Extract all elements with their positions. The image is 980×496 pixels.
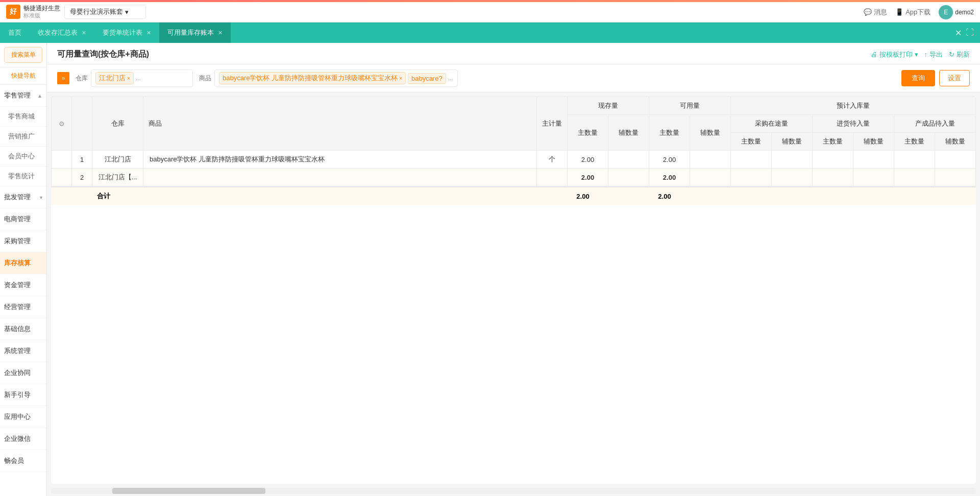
search-menu-button[interactable]: 搜索菜单 [4,47,42,63]
th-incoming: 进货待入量 [813,115,894,133]
sidebar-quick-nav[interactable]: 快捷导航 [0,67,46,85]
top-header: 好 畅捷通好生意 标准版 母婴行业演示账套 ▾ 💬 消息 📱 App下载 E d… [0,2,980,22]
td-settings-0 [52,151,72,169]
sidebar-item-retail-stats[interactable]: 零售统计 [0,167,46,186]
setting-button[interactable]: 设置 [939,70,970,86]
td-incoming-aux-1 [853,169,894,186]
sidebar-item-basic-info[interactable]: 基础信息 [0,318,46,340]
sidebar-item-enterprise-wechat[interactable]: 企业微信 [0,428,46,450]
tab-receive-pay-close[interactable]: ✕ [82,30,86,36]
tab-available-stock[interactable]: 可用量库存账本 ✕ [159,22,231,43]
user-area[interactable]: E demo2 [939,5,974,19]
product-tag-container[interactable]: babycare学饮杯 儿童防摔防撞吸管杯重力球吸嘴杯宝宝水杯 × babyca… [214,69,458,87]
th-available-main: 主数量 [649,115,690,151]
product-filter-group: 商品 babycare学饮杯 儿童防摔防撞吸管杯重力球吸嘴杯宝宝水杯 × bab… [199,69,458,87]
sidebar-item-finance-mgmt[interactable]: 资金管理 [0,274,46,296]
scrollbar-thumb[interactable] [112,488,265,494]
sidebar-item-system-mgmt[interactable]: 系统管理 [0,340,46,362]
chevron-down-icon: ▾ [915,51,918,58]
td-stock-main-1: 2.00 [568,169,608,186]
sidebar-item-purchase-mgmt[interactable]: 采购管理 [0,230,46,252]
sidebar-item-marketing[interactable]: 营销推广 [0,127,46,147]
industry-select-value: 母婴行业演示账套 [70,7,123,16]
tab-receive-pay[interactable]: 收发存汇总表 ✕ [30,22,94,43]
sidebar-item-inventory-check[interactable]: 库存核算 [0,252,46,274]
sidebar-item-purchase-mgmt-label: 采购管理 [4,237,31,246]
product-filter-more[interactable]: ... [448,75,453,82]
td-purchase-transit-main-1 [731,169,772,186]
sidebar-item-retail-mgmt[interactable]: 零售管理 ▲ [0,85,46,107]
warehouse-filter-more[interactable]: ... [136,75,141,82]
tab-order-stats[interactable]: 要货单统计表 ✕ [94,22,159,43]
logo-area: 好 畅捷通好生意 标准版 [6,5,60,19]
th-stock-group: 现存量 [568,97,649,115]
sidebar-item-retail-stats-label: 零售统计 [8,172,35,180]
message-label: 消息 [874,8,887,17]
refresh-button[interactable]: ↻ 刷新 [949,50,970,59]
product-tag-0: babycare学饮杯 儿童防摔防撞吸管杯重力球吸嘴杯宝宝水杯 × [219,72,406,84]
th-incoming-main: 主数量 [813,133,853,151]
footer-label: 合计 [97,192,148,201]
expand-icon[interactable]: ⛶ [966,28,974,37]
app-version: 标准版 [23,12,60,19]
app-download-button[interactable]: 📱 App下载 [895,8,930,17]
td-warehouse-1: 江北门店【... [92,169,143,186]
th-incoming-aux: 辅数量 [853,133,894,151]
warehouse-tag-close[interactable]: × [127,76,130,81]
th-available-aux: 辅数量 [690,115,731,151]
td-stock-aux-1 [608,169,649,186]
product-filter-label: 商品 [199,74,211,83]
logo-icon: 好 [6,5,20,19]
sidebar-item-member-service[interactable]: 畅会员 [0,450,46,472]
sidebar-item-ecommerce-mgmt-label: 电商管理 [4,215,31,224]
horizontal-scrollbar[interactable] [51,488,976,494]
close-all-tabs-icon[interactable]: ✕ [955,28,962,38]
sidebar-item-app-center[interactable]: 应用中心 [0,406,46,428]
th-settings[interactable]: ⚙ [52,97,72,151]
industry-select[interactable]: 母婴行业演示账套 ▾ [64,5,146,19]
query-button[interactable]: 查询 [901,70,935,86]
sidebar-item-ecommerce-mgmt[interactable]: 电商管理 [0,208,46,230]
gear-icon[interactable]: ⚙ [59,120,65,128]
sidebar-item-wholesale-mgmt[interactable]: 批发管理 ▾ [0,186,46,208]
th-purchase-transit-main: 主数量 [731,133,772,151]
tab-home[interactable]: 首页 [0,22,30,43]
sidebar-item-member-center[interactable]: 会员中心 [0,147,46,167]
avatar: E [939,5,953,19]
sidebar-item-enterprise-collab[interactable]: 企业协同 [0,362,46,384]
sidebar: 搜索菜单 快捷导航 零售管理 ▲ 零售商城 营销推广 会员中心 零售统计 批发管… [0,43,47,496]
sidebar-item-retail-shop[interactable]: 零售商城 [0,107,46,127]
tab-available-stock-close[interactable]: ✕ [218,30,223,36]
message-button[interactable]: 💬 消息 [864,8,887,17]
username: demo2 [955,9,974,16]
logo-text-area: 畅捷通好生意 标准版 [23,5,60,19]
content-area: 可用量查询(按仓库+商品) 🖨 按模板打印 ▾ ↑ 导出 ↻ 刷新 » [47,43,980,496]
sidebar-item-retail-shop-label: 零售商城 [8,112,35,120]
print-template-button[interactable]: 🖨 按模板打印 ▾ [871,50,918,59]
sidebar-item-ops-mgmt-label: 经营管理 [4,302,31,312]
header-right: 💬 消息 📱 App下载 E demo2 [864,5,974,19]
th-warehouse: 仓库 [92,97,143,151]
tab-order-stats-close[interactable]: ✕ [146,30,151,36]
header-left: 好 畅捷通好生意 标准版 母婴行业演示账套 ▾ [6,5,146,19]
tab-order-stats-label: 要货单统计表 [103,28,142,37]
td-purchase-transit-aux-1 [772,169,813,186]
sidebar-item-inventory-check-label: 库存核算 [4,258,31,268]
filter-expand-button[interactable]: » [57,72,69,84]
tab-available-stock-label: 可用量库存账本 [167,28,214,37]
export-button[interactable]: ↑ 导出 [924,50,943,59]
sidebar-search-area: 搜索菜单 [0,43,46,67]
export-label: 导出 [929,50,943,59]
page-actions: 🖨 按模板打印 ▾ ↑ 导出 ↻ 刷新 [871,50,970,59]
th-index [72,97,92,151]
td-unit-0: 个 [537,151,568,169]
chevron-up-icon: ▲ [37,93,42,99]
th-purchase-transit: 采购在途量 [731,115,813,133]
product-tag-close-0[interactable]: × [399,76,402,81]
sidebar-item-app-center-label: 应用中心 [4,412,31,421]
filter-right-btns: 查询 设置 [901,70,970,86]
sidebar-item-new-guide[interactable]: 新手引导 [0,384,46,406]
warehouse-tag-0: 江北门店 × [95,72,134,84]
sidebar-item-ops-mgmt[interactable]: 经营管理 [0,296,46,318]
warehouse-tag-container[interactable]: 江北门店 × ... [91,69,193,87]
